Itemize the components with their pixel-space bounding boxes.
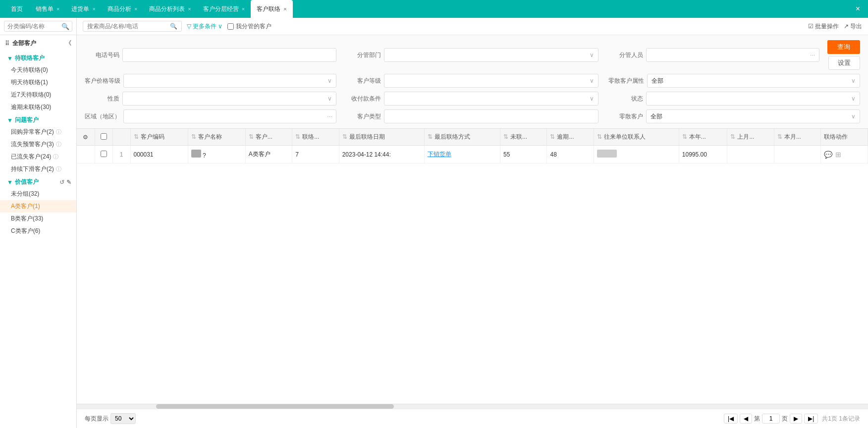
col-num [112, 129, 130, 146]
tab-sales[interactable]: 销售单 × [30, 0, 65, 18]
sidebar-item-a-class[interactable]: A类客户(1) [0, 200, 76, 213]
last-method-link[interactable]: 下销货单 [428, 151, 451, 158]
filter-input-price-grade[interactable]: ∨ [123, 74, 336, 88]
sidebar-item-unclassified[interactable]: 未分组(32) [0, 188, 76, 200]
sidebar-item-declining[interactable]: 持续下滑客户(2) ⓘ [0, 163, 76, 175]
tab-customer-contact-close[interactable]: × [283, 6, 286, 12]
first-page-button[interactable]: |◀ [724, 414, 738, 424]
horizontal-scrollbar[interactable] [77, 404, 868, 409]
col-code-label: 客户编码 [141, 133, 164, 140]
sort-icon-last-date[interactable]: ⇅ [342, 133, 347, 140]
query-button[interactable]: 查询 [827, 40, 860, 54]
sort-icon-this-month[interactable]: ⇅ [777, 133, 782, 140]
row-last-method-cell[interactable]: 下销货单 [424, 146, 500, 163]
tab-sales-close[interactable]: × [56, 6, 59, 12]
filter-search-input[interactable] [87, 23, 170, 30]
filter-input-nature[interactable]: ∨ [122, 92, 336, 106]
col-type: ⇅客户... [245, 129, 292, 146]
sidebar-item-today[interactable]: 今天待联络(0) [0, 64, 76, 76]
tab-analysis[interactable]: 商品分析 × [102, 0, 143, 18]
sidebar-item-b-class[interactable]: B类客户(33) [0, 213, 76, 225]
col-gear[interactable]: ⚙ [77, 129, 95, 146]
sort-icon-unit[interactable]: ⇅ [597, 133, 602, 140]
qr-icon[interactable]: ⊞ [835, 151, 841, 159]
info-icon-1: ⓘ [56, 128, 61, 136]
filter-input-scattered[interactable]: 全部 ∨ [646, 109, 860, 123]
filter-input-customer-grade[interactable]: ∨ [384, 74, 598, 88]
row-checkbox-cell[interactable] [95, 146, 112, 163]
next-page-button[interactable]: ▶ [790, 414, 802, 424]
settings-button[interactable]: 设置 [828, 56, 860, 70]
my-customers-checkbox[interactable]: 我分管的客户 [227, 22, 271, 31]
sidebar-item-repurchase-abnormal[interactable]: 回购异常客户(2) ⓘ [0, 126, 76, 138]
tab-analysis-list-close[interactable]: × [188, 6, 191, 12]
export-button[interactable]: ↗ 导出 [844, 22, 862, 31]
prev-page-button[interactable]: ◀ [740, 414, 752, 424]
tab-customer-contact[interactable]: 客户联络 × [251, 0, 292, 18]
row-last-month-cell [727, 146, 774, 163]
tab-purchase-close[interactable]: × [92, 6, 95, 12]
arrow-icon-3: ▼ [7, 179, 13, 186]
filter-input-scattered-attr[interactable]: 全部 ∨ [647, 74, 860, 88]
sort-icon-year[interactable]: ⇅ [682, 133, 687, 140]
sort-icon-last-month[interactable]: ⇅ [730, 133, 735, 140]
filter-input-customer-type[interactable] [384, 109, 598, 123]
sidebar-item-churned[interactable]: 已流失客户(24) ⓘ [0, 151, 76, 163]
tab-analysis-list[interactable]: 商品分析列表 × [143, 0, 197, 18]
sidebar-item-churn-warning[interactable]: 流失预警客户(3) ⓘ [0, 138, 76, 151]
filter-input-status[interactable]: ∨ [646, 92, 860, 106]
sort-icon-type[interactable]: ⇅ [249, 133, 254, 140]
filter-input-person[interactable]: ··· [646, 48, 819, 62]
tab-home[interactable]: 首页 [4, 0, 30, 18]
sidebar-item-declining-label: 持续下滑客户(2) [11, 165, 54, 173]
filter-input-dept[interactable]: ∨ [384, 48, 598, 62]
sidebar-item-overdue[interactable]: 逾期未联络(30) [0, 101, 76, 113]
sidebar-group-value[interactable]: ▼ 价值客户 ↺ ✎ [0, 175, 76, 188]
col-code: ⇅客户编码 [130, 129, 188, 146]
sidebar-group-problem[interactable]: ▼ 问题客户 [0, 113, 76, 126]
sidebar-item-repurchase-label: 回购异常客户(2) [11, 128, 54, 136]
filter-input-payment[interactable]: ∨ [384, 92, 598, 106]
sort-icon-name[interactable]: ⇅ [191, 133, 196, 140]
sort-icon-contact[interactable]: ⇅ [295, 133, 300, 140]
sidebar-search-container: 🔍 [0, 18, 76, 35]
sort-icon-code[interactable]: ⇅ [134, 133, 139, 140]
batch-op-button[interactable]: ☑ 批量操作 [808, 22, 839, 31]
sort-icon-overdue[interactable]: ⇅ [550, 133, 555, 140]
scattered-attr-value: 全部 [651, 77, 663, 85]
sidebar-item-tomorrow[interactable]: 明天待联络(1) [0, 76, 76, 89]
row-checkbox[interactable] [101, 151, 107, 157]
tab-customer-tier[interactable]: 客户分层经营 × [197, 0, 251, 18]
window-close-button[interactable]: × [852, 4, 864, 13]
sort-icon-no-contact[interactable]: ⇅ [503, 133, 508, 140]
col-this-month: ⇅本月... [774, 129, 820, 146]
scrollbar-thumb[interactable] [156, 404, 394, 409]
sidebar-group-pending[interactable]: ▼ 待联络客户 [0, 52, 76, 64]
sidebar-item-7days[interactable]: 近7天待联络(0) [0, 89, 76, 101]
filter-row-status: 状态 ∨ [608, 92, 860, 106]
row-no-contact-cell: 55 [500, 146, 547, 163]
tab-analysis-close[interactable]: × [134, 6, 137, 12]
page-end-label: 页 [782, 415, 788, 423]
page-number-input[interactable] [762, 414, 780, 424]
refresh-icon[interactable]: ↺ [59, 179, 64, 186]
sort-icon-last-method[interactable]: ⇅ [428, 133, 433, 140]
page-size-dropdown[interactable]: 50 100 200 [110, 413, 136, 424]
col-checkbox[interactable] [95, 129, 112, 146]
chat-icon[interactable]: 💬 [824, 151, 832, 159]
last-page-button[interactable]: ▶| [804, 414, 818, 424]
more-conditions-button[interactable]: ▽ 更多条件 ∨ [187, 22, 222, 31]
filter-row-person: 分管人员 ··· 查询 设置 [608, 40, 860, 70]
chevron-down-icon: ∨ [218, 23, 222, 30]
tab-customer-tier-close[interactable]: × [242, 6, 245, 12]
sidebar-item-c-class[interactable]: C类客户(6) [0, 225, 76, 237]
filter-row-phone: 电话号码 [85, 40, 336, 70]
tab-purchase[interactable]: 进货单 × [65, 0, 101, 18]
edit-icon[interactable]: ✎ [66, 179, 71, 186]
filter-input-phone[interactable] [122, 48, 336, 62]
select-all-checkbox[interactable] [101, 133, 107, 140]
sidebar-all-customers[interactable]: ⠿ 全部客户 《 [0, 35, 76, 52]
filter-input-region[interactable]: ··· [123, 109, 336, 123]
my-customers-input[interactable] [227, 23, 234, 30]
filter-row-customer-grade: 客户等级 ∨ [346, 74, 598, 88]
